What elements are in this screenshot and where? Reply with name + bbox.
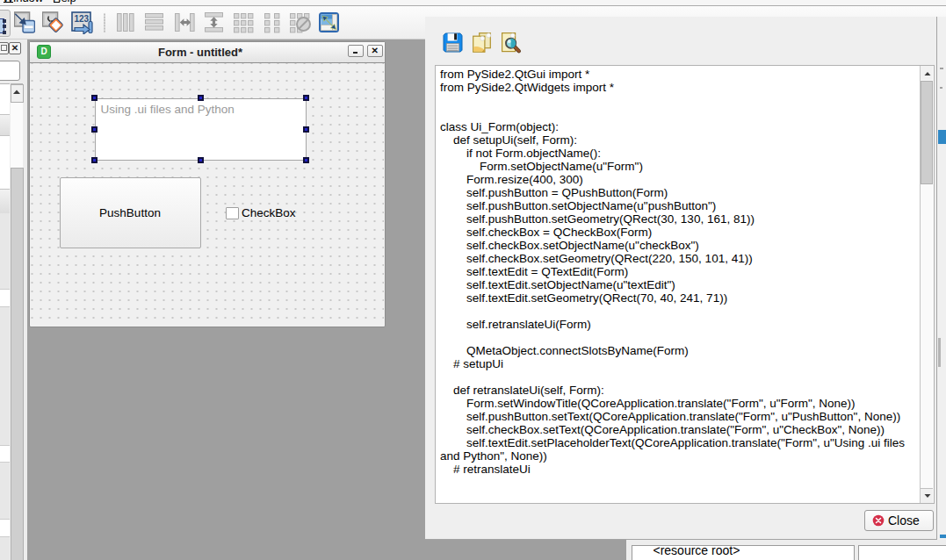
svg-text:123: 123 <box>75 14 90 24</box>
